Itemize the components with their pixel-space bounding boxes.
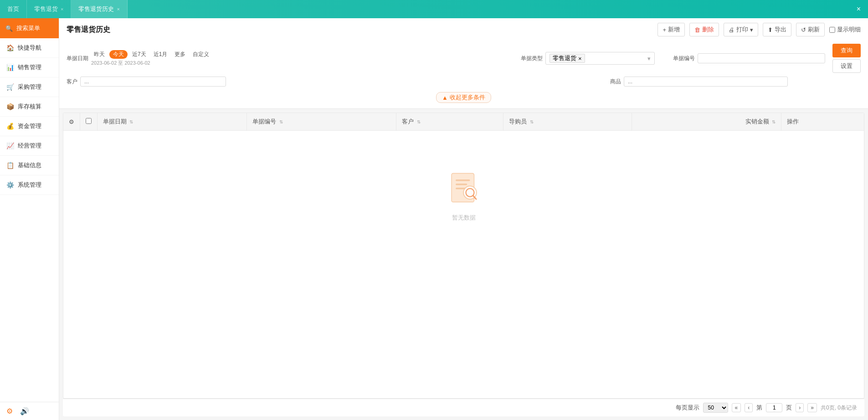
type-tag-value: 零售退货 [553,54,576,62]
window-close-button[interactable]: × [849,5,868,13]
th-date[interactable]: 单据日期 ⇅ [98,113,247,131]
next-page-btn[interactable]: › [796,403,804,412]
new-button[interactable]: + 新增 [657,23,685,36]
sidebar-item-sales[interactable]: 📊 销售管理 [0,58,59,77]
sidebar-item-operations[interactable]: 📈 经营管理 [0,136,59,156]
basic-icon: 📋 [6,162,14,169]
date-more-btn[interactable]: 更多 [172,50,188,59]
operations-icon: 📈 [6,142,14,149]
goods-label: 商品 [610,78,621,86]
th-number-sort-icon: ⇅ [279,119,283,124]
query-button[interactable]: 查询 [832,44,861,57]
filter-area: 单据日期 昨天 今天 近7天 近1月 更多 自定义 2023-06-02 至 2… [67,40,861,108]
type-label: 单据类型 [521,55,543,62]
th-amount[interactable]: 实销金额 ⇅ [632,113,781,131]
sidebar-item-system[interactable]: ⚙️ 系统管理 [0,175,59,195]
page-unit-label: 页 [786,404,792,412]
th-amount-sort-icon: ⇅ [772,119,776,124]
page-header: 零售退货历史 + 新增 🗑 删除 🖨 打印 ▾ [59,18,868,109]
per-page-select[interactable]: 20 50 100 [703,403,728,413]
tab-retail-return[interactable]: 零售退货 × [27,0,71,18]
sidebar-item-inventory[interactable]: 📦 库存核算 [0,97,59,117]
print-button[interactable]: 🖨 打印 ▾ [724,23,758,36]
date-today-btn[interactable]: 今天 [109,50,128,59]
number-label: 单据编号 [673,55,695,62]
th-number-label: 单据编号 [252,118,276,125]
tab-retail-return-label: 零售退货 [34,5,58,13]
delete-button[interactable]: 🗑 删除 [689,23,719,36]
page-total: 共0页, 0条记录 [821,404,857,412]
new-label: 新增 [668,26,680,34]
tab-list: 首页 零售退货 × 零售退货历史 × [0,0,849,18]
th-action-label: 操作 [787,118,799,125]
page-label: 第 [756,404,762,412]
type-tag-close[interactable]: × [578,55,582,62]
th-settings[interactable]: ⚙ [63,113,80,131]
th-customer-sort-icon: ⇅ [417,119,421,124]
type-tag: 零售退货 × [550,54,585,63]
th-customer-label: 客户 [402,118,414,125]
th-guide[interactable]: 导购员 ⇅ [503,113,632,131]
goods-input[interactable] [624,77,788,87]
new-icon: + [663,26,666,33]
sidebar-item-basic[interactable]: 📋 基础信息 [0,156,59,175]
customer-label: 客户 [67,78,77,86]
export-button[interactable]: ⬆ 导出 [763,23,791,36]
first-page-btn[interactable]: « [732,403,741,412]
print-dropdown-icon: ▾ [750,26,753,33]
date-7days-btn[interactable]: 近7天 [129,50,149,59]
show-detail-label: 显示明细 [837,26,861,34]
page-title-bar: 零售退货历史 + 新增 🗑 删除 🖨 打印 ▾ [67,23,861,40]
content-area: 零售退货历史 + 新增 🗑 删除 🖨 打印 ▾ [59,18,868,420]
sidebar-item-sales-label: 销售管理 [18,63,41,72]
number-input[interactable] [698,53,825,63]
sidebar-item-quicknav-label: 快捷导航 [18,44,41,52]
select-all-checkbox[interactable] [86,118,92,124]
tab-retail-return-close[interactable]: × [61,6,63,12]
tab-home[interactable]: 首页 [0,0,27,18]
sidebar-item-finance[interactable]: 💰 资金管理 [0,117,59,136]
prev-page-btn[interactable]: ‹ [745,403,753,412]
sidebar-search[interactable]: 🔍 搜索菜单 [0,18,59,38]
sidebar-item-purchase[interactable]: 🛒 采购管理 [0,77,59,97]
th-number[interactable]: 单据编号 ⇅ [247,113,396,131]
sidebar-item-basic-label: 基础信息 [18,161,41,169]
settings-bottom-icon[interactable]: ⚙ [6,407,13,415]
refresh-label: 刷新 [808,26,820,34]
export-label: 导出 [775,26,786,34]
tab-retail-return-history[interactable]: 零售退货历史 × [71,0,127,18]
last-page-btn[interactable]: » [807,403,817,412]
per-page-label: 每页显示 [676,404,699,412]
sidebar-item-system-label: 系统管理 [18,181,41,189]
page-number-input[interactable] [766,403,782,412]
th-guide-label: 导购员 [509,118,527,125]
collapse-btn[interactable]: ▲ 收起更多条件 [436,92,491,103]
customer-filter: 客户 [67,77,226,87]
tab-retail-return-history-close[interactable]: × [117,6,119,12]
type-select[interactable]: 零售退货 × ▾ [545,52,655,65]
date-custom-btn[interactable]: 自定义 [190,50,212,59]
sidebar-item-purchase-label: 采购管理 [18,83,41,91]
sidebar-item-quicknav[interactable]: 🏠 快捷导航 [0,38,59,58]
show-detail-checkbox[interactable] [829,27,835,33]
customer-input[interactable] [80,77,226,87]
empty-state-row: 暂无数据 [63,131,864,259]
inventory-icon: 📦 [6,103,14,110]
show-detail-checkbox-group[interactable]: 显示明细 [829,26,861,34]
sidebar-item-inventory-label: 库存核算 [18,102,41,111]
empty-text: 暂无数据 [452,214,476,222]
empty-state-cell: 暂无数据 [63,131,864,259]
date-1month-btn[interactable]: 近1月 [151,50,170,59]
th-checkbox[interactable] [80,113,98,131]
sound-bottom-icon[interactable]: 🔊 [20,407,29,415]
home-icon: 🏠 [6,44,14,51]
empty-state: 暂无数据 [63,131,864,258]
date-yesterday-btn[interactable]: 昨天 [91,50,108,59]
setting-button[interactable]: 设置 [832,59,861,73]
sidebar-item-operations-label: 经营管理 [18,142,41,150]
refresh-button[interactable]: ↺ 刷新 [796,23,825,36]
filter-row-1: 单据日期 昨天 今天 近7天 近1月 更多 自定义 2023-06-02 至 2… [67,44,861,73]
th-customer[interactable]: 客户 ⇅ [396,113,503,131]
finance-icon: 💰 [6,123,14,130]
sales-icon: 📊 [6,64,14,71]
